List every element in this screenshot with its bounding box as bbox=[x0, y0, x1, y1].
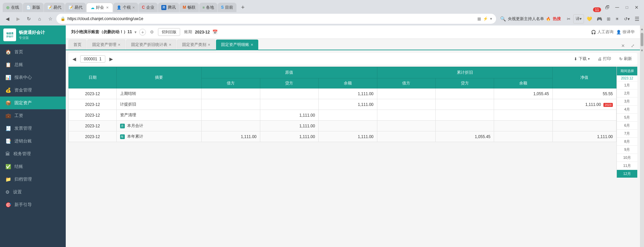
content-area: ◀ 000001 1 ▶ ⬇ 下载 ▾ 🖨 打印 ↻ 刷新 bbox=[66, 50, 640, 247]
browser-tab-yidai1[interactable]: 📝 易代 bbox=[44, 3, 65, 12]
accumulated-depreciation-header: 累计折旧 bbox=[377, 67, 552, 78]
period-month-7[interactable]: 7月 bbox=[617, 130, 637, 138]
dropdown-icon[interactable]: ▾ bbox=[490, 16, 492, 21]
period-month-10[interactable]: 10月 bbox=[617, 154, 637, 162]
window-maximize-btn[interactable]: □ bbox=[622, 3, 632, 12]
period-month-2[interactable]: 2月 bbox=[617, 89, 637, 98]
period-month-11[interactable]: 11月 bbox=[617, 162, 637, 170]
page-tab-category[interactable]: 固定资产类别 ✕ bbox=[177, 40, 215, 50]
history-btn[interactable]: ↺▾ bbox=[622, 15, 632, 23]
sidebar-item-settings[interactable]: ⚙ 设置 bbox=[0, 186, 66, 198]
browser-tab-chang[interactable]: M 畅联 bbox=[179, 3, 199, 12]
forward-btn[interactable]: ▶ bbox=[13, 14, 23, 23]
browser-tab-gedi[interactable]: ≡ 各地 bbox=[199, 3, 217, 12]
sales-nav-icon: 📑 bbox=[5, 138, 11, 144]
sidebar-item-guide[interactable]: 🎯 新手引导 bbox=[0, 198, 66, 211]
lightning-icon: ⚡ bbox=[483, 16, 488, 21]
switch-version-btn[interactable]: 切到旧版 bbox=[158, 28, 180, 36]
brightness-btn[interactable]: ☀ bbox=[613, 15, 621, 23]
sidebar-item-home[interactable]: 🏠 首页 bbox=[0, 46, 66, 58]
game-btn[interactable]: 🎮 bbox=[595, 15, 604, 23]
browser-tab-muqian[interactable]: S 目前 bbox=[218, 3, 236, 12]
settings-icon-btn[interactable]: ⚙ bbox=[149, 29, 155, 36]
sidebar-item-closing[interactable]: ✅ 结账 bbox=[0, 160, 66, 173]
page-expand-btn[interactable]: ⤢ bbox=[628, 42, 637, 50]
browser-tab-tengxun[interactable]: 腾 腾讯 bbox=[158, 3, 179, 12]
window-minimize-btn[interactable]: ─ bbox=[612, 3, 622, 12]
dropdown-arrow[interactable]: ▾ bbox=[135, 30, 137, 35]
period-month-9[interactable]: 9月 bbox=[617, 146, 637, 154]
sidebar-item-reports[interactable]: 📊 报表中心 bbox=[0, 71, 66, 84]
page-tab-detail-ledger[interactable]: 固定资产明细账 ✕ bbox=[216, 40, 258, 50]
tab3-close-icon[interactable]: ✕ bbox=[208, 43, 210, 47]
browser-tab-geshui[interactable]: 👤 个税 ✕ bbox=[113, 3, 138, 12]
refresh-btn[interactable]: ↻ 刷新 bbox=[616, 55, 635, 63]
sidebar-item-general-ledger[interactable]: 📋 总账 bbox=[0, 58, 66, 71]
scroll-down-btn[interactable]: ▼ bbox=[640, 47, 644, 54]
home-nav-icon: 🏠 bbox=[5, 49, 11, 55]
sidebar-item-invoice[interactable]: 🧾 发票管理 bbox=[0, 122, 66, 135]
sidebar-item-salary[interactable]: 💼 工资 bbox=[0, 109, 66, 122]
haohui-close-icon[interactable]: ✕ bbox=[106, 6, 109, 9]
browser-tab-new[interactable]: 📄 新版 bbox=[23, 3, 44, 12]
tab1-close-icon[interactable]: ✕ bbox=[118, 43, 120, 47]
cell-accum-debit-2 bbox=[377, 99, 435, 110]
reload-btn[interactable]: ↻ bbox=[24, 14, 34, 23]
period-month-8[interactable]: 8月 bbox=[617, 138, 637, 146]
menu-btn[interactable]: ☰ bbox=[633, 14, 641, 23]
bookmark-btn[interactable]: ☆ bbox=[46, 14, 55, 23]
period-month-12[interactable]: 12月 bbox=[617, 170, 637, 178]
ssl-icon: 🔒 bbox=[60, 16, 65, 21]
browser-tab-qiye[interactable]: C 企业 bbox=[139, 3, 158, 12]
scroll-thumb[interactable] bbox=[641, 33, 643, 46]
back-btn[interactable]: ◀ bbox=[3, 14, 12, 23]
tab2-close-icon[interactable]: ✕ bbox=[169, 43, 171, 47]
period-month-5[interactable]: 5月 bbox=[617, 114, 637, 122]
gedi-favicon: ≡ bbox=[203, 5, 205, 9]
table-row: 2023-12 年 本年累计 1,111.00 1,111.00 1,111.0… bbox=[69, 131, 616, 142]
next-account-btn[interactable]: ▶ bbox=[108, 56, 114, 62]
home-btn[interactable]: ⌂ bbox=[35, 14, 44, 23]
browser-tab-haohui[interactable]: ☁ 好会 ✕ bbox=[86, 3, 113, 12]
browser-tab-online[interactable]: ⊕ 在线 bbox=[3, 3, 22, 12]
calendar-icon[interactable]: 📅 bbox=[212, 29, 218, 35]
sidebar-item-archive[interactable]: 📁 归档管理 bbox=[0, 173, 66, 186]
period-month-1[interactable]: 1月 bbox=[617, 81, 637, 89]
print-btn[interactable]: 🖨 打印 bbox=[595, 55, 614, 63]
grid-btn[interactable]: ⊞ bbox=[605, 15, 612, 23]
geshui-close-icon[interactable]: ✕ bbox=[132, 6, 135, 9]
sidebar-item-fixed-assets[interactable]: 📦 固定资产 bbox=[0, 97, 66, 109]
new-tab-button[interactable]: + bbox=[238, 3, 248, 12]
tab4-close-icon[interactable]: ✕ bbox=[251, 43, 253, 47]
sidebar-item-tax[interactable]: 🏛 税务管理 bbox=[0, 147, 66, 160]
cell-accum-credit-3 bbox=[435, 110, 494, 121]
window-restore-btn[interactable]: 🗗 bbox=[603, 3, 612, 12]
cell-net-value-4 bbox=[552, 121, 616, 131]
user-avatar[interactable]: 👤 徐译华 bbox=[616, 29, 635, 35]
page-close-btn[interactable]: ✕ bbox=[619, 42, 628, 50]
download-btn[interactable]: ⬇ 下载 ▾ bbox=[571, 55, 592, 63]
translate-btn[interactable]: 译▾ bbox=[573, 14, 584, 23]
download-icon: ⬇ bbox=[574, 57, 577, 61]
scissors-btn[interactable]: ✂ bbox=[565, 15, 573, 23]
browser-tab-yidai2[interactable]: 📝 易代 bbox=[65, 3, 86, 12]
sidebar-item-sales[interactable]: 📑 进销台账 bbox=[0, 135, 66, 147]
subtotal-tag-4: 月 bbox=[120, 124, 125, 128]
prev-account-btn[interactable]: ◀ bbox=[71, 56, 77, 62]
table-row: 2023-12 月 本月合计 1,111.00 bbox=[69, 121, 616, 131]
cell-orig-credit-4: 1,111.00 bbox=[260, 121, 318, 131]
scroll-up-btn[interactable]: ▲ bbox=[640, 25, 644, 32]
page-tab-home[interactable]: 首页 bbox=[68, 40, 87, 50]
cell-orig-credit-2 bbox=[260, 99, 318, 110]
period-month-3[interactable]: 3月 bbox=[617, 98, 637, 106]
sidebar-item-funds[interactable]: 💰 资金管理 bbox=[0, 84, 66, 97]
period-month-6[interactable]: 6月 bbox=[617, 122, 637, 130]
window-close-btn[interactable]: ✕ bbox=[632, 3, 641, 12]
support-btn[interactable]: 🎧 人工咨询 bbox=[591, 29, 613, 35]
wallet-btn[interactable]: 💛 bbox=[585, 15, 594, 23]
address-box[interactable]: 🔒 https://cloud.chanjet.com/accounting/u… bbox=[56, 14, 496, 24]
add-account-btn[interactable]: + bbox=[139, 29, 146, 36]
page-tab-depreciation[interactable]: 固定资产折旧统计表 ✕ bbox=[126, 40, 176, 50]
page-tab-assets-mgmt[interactable]: 固定资产管理 ✕ bbox=[87, 40, 125, 50]
period-month-4[interactable]: 4月 bbox=[617, 106, 637, 114]
